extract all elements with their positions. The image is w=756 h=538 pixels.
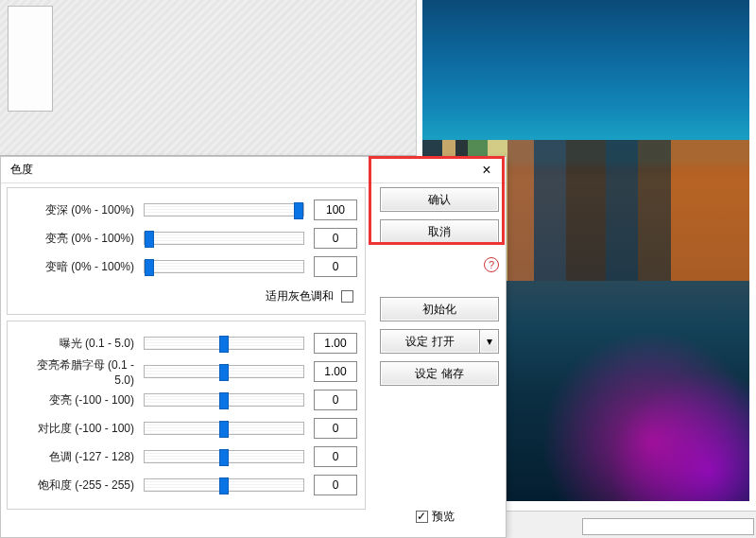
slider-row: 变亮希腊字母 (0.1 - 5.0) 1.00 xyxy=(15,357,357,386)
slider-thumb[interactable] xyxy=(294,202,303,219)
slider-row: 色调 (-127 - 128) 0 xyxy=(15,443,357,471)
slider-label: 色调 (-127 - 128) xyxy=(15,449,144,465)
slider-label: 饱和度 (-255 - 255) xyxy=(15,477,144,494)
slider-track[interactable] xyxy=(144,203,304,217)
slider-row: 变暗 (0% - 100%) 0 xyxy=(15,252,357,281)
path-input[interactable] xyxy=(582,518,754,535)
dialog-title: 色度 xyxy=(10,162,33,178)
slider-label: 对比度 (-100 - 100) xyxy=(15,421,144,437)
slider-label: 变深 (0% - 100%) xyxy=(15,202,144,218)
slider-panel-bottom: 曝光 (0.1 - 5.0) 1.00 变亮希腊字母 (0.1 - 5.0) 1… xyxy=(7,321,366,510)
gray-tone-row: 适用灰色调和 xyxy=(15,288,357,304)
slider-label: 变亮 (0% - 100%) xyxy=(15,231,144,247)
preview-checkbox[interactable] xyxy=(416,511,428,523)
settings-open-dropdown[interactable]: ▾ xyxy=(480,329,499,354)
dialog-titlebar: 色度 × xyxy=(1,157,506,183)
slider-thumb[interactable] xyxy=(219,449,229,466)
slider-value-input[interactable]: 0 xyxy=(314,418,357,439)
dialog-button-column: 确认 取消 初始化 设定 打开 ▾ 设定 储存 xyxy=(380,187,499,386)
slider-row: 变深 (0% - 100%) 100 xyxy=(15,196,357,224)
slider-value-input[interactable]: 0 xyxy=(314,390,357,410)
gray-tone-label: 适用灰色调和 xyxy=(266,288,334,304)
settings-open-button[interactable]: 设定 打开 xyxy=(380,329,480,354)
slider-value-input[interactable]: 0 xyxy=(314,446,357,467)
gray-tone-checkbox[interactable] xyxy=(341,290,353,303)
slider-label: 变亮希腊字母 (0.1 - 5.0) xyxy=(15,357,144,387)
slider-label: 变暗 (0% - 100%) xyxy=(15,259,144,275)
slider-label: 变亮 (-100 - 100) xyxy=(15,392,144,408)
slider-thumb[interactable] xyxy=(219,364,229,381)
slider-track[interactable] xyxy=(144,393,304,407)
slider-row: 饱和度 (-255 - 255) 0 xyxy=(15,471,357,499)
ok-button[interactable]: 确认 xyxy=(380,187,499,212)
slider-track[interactable] xyxy=(144,232,304,245)
slider-label: 曝光 (0.1 - 5.0) xyxy=(15,336,144,352)
help-icon[interactable]: ? xyxy=(484,257,499,272)
slider-thumb[interactable] xyxy=(219,392,229,409)
chevron-down-icon: ▾ xyxy=(487,335,492,348)
slider-value-input[interactable]: 1.00 xyxy=(314,361,357,382)
slider-thumb[interactable] xyxy=(219,421,229,438)
slider-row: 曝光 (0.1 - 5.0) 1.00 xyxy=(15,329,357,357)
slider-value-input[interactable]: 0 xyxy=(314,228,357,249)
preview-checkbox-row: 预览 xyxy=(412,509,455,525)
slider-row: 变亮 (0% - 100%) 0 xyxy=(15,224,357,252)
slider-panel-top: 变深 (0% - 100%) 100 变亮 (0% - 100%) 0 变暗 (… xyxy=(7,187,366,315)
slider-track[interactable] xyxy=(144,422,304,435)
slider-track[interactable] xyxy=(144,260,304,273)
slider-thumb[interactable] xyxy=(145,231,154,248)
slider-row: 对比度 (-100 - 100) 0 xyxy=(15,414,357,443)
slider-row: 变亮 (-100 - 100) 0 xyxy=(15,386,357,414)
thumbnail-strip xyxy=(8,6,53,112)
settings-open-row: 设定 打开 ▾ xyxy=(380,329,499,354)
slider-thumb[interactable] xyxy=(219,336,229,353)
slider-track[interactable] xyxy=(144,450,304,463)
cancel-button[interactable]: 取消 xyxy=(380,219,499,244)
slider-thumb[interactable] xyxy=(219,477,229,495)
slider-value-input[interactable]: 0 xyxy=(314,256,357,277)
slider-track[interactable] xyxy=(144,478,304,492)
slider-value-input[interactable]: 1.00 xyxy=(314,333,357,354)
preview-checkbox-label: 预览 xyxy=(432,509,455,525)
close-icon: × xyxy=(482,162,490,179)
slider-track[interactable] xyxy=(144,337,304,350)
close-button[interactable]: × xyxy=(468,157,506,183)
slider-value-input[interactable]: 100 xyxy=(314,200,357,220)
settings-save-button[interactable]: 设定 储存 xyxy=(380,361,499,386)
slider-track[interactable] xyxy=(144,365,304,378)
slider-value-input[interactable]: 0 xyxy=(314,475,357,495)
init-button[interactable]: 初始化 xyxy=(380,297,499,321)
slider-thumb[interactable] xyxy=(145,259,154,276)
